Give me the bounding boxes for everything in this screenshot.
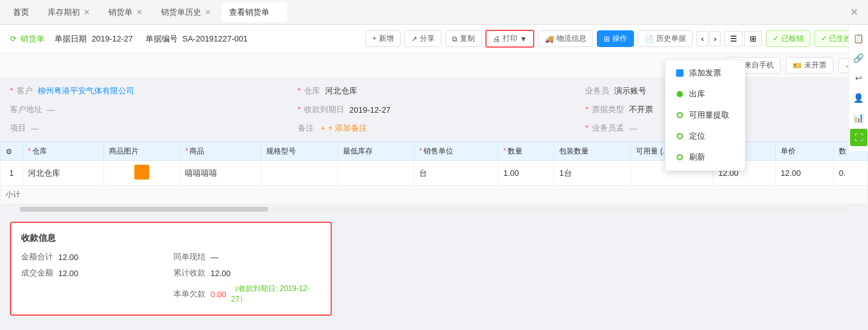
history-btn[interactable]: 📄 历史单据	[638, 30, 693, 47]
list-view-btn[interactable]: ☰	[724, 31, 743, 46]
add-note-btn[interactable]: ＋ + 添加备注	[319, 123, 367, 134]
print-btn[interactable]: 🖨 打印 ▼	[485, 30, 535, 48]
col-model: 规格型号	[261, 142, 337, 161]
ops-dropdown: 添加发票 出库 可用量提取 定位 刷新	[665, 59, 745, 171]
tab-bar: 首页 库存期初 ✕ 销货单 ✕ 销货单历史 ✕ 查看销货单 ✕ ✕	[0, 0, 868, 25]
window-close-btn[interactable]: ✕	[845, 4, 863, 20]
date-value: 2019-12-27	[92, 34, 133, 43]
dropdown-locate[interactable]: 定位	[666, 126, 745, 147]
share-label: 分享	[420, 33, 435, 44]
address-value: —	[47, 105, 55, 115]
tab-view-sales-close[interactable]: ✕	[273, 8, 279, 17]
copy-label: 复制	[460, 33, 475, 44]
tab-home[interactable]: 首页	[5, 2, 37, 22]
not-opened-label: 未开票	[804, 60, 827, 71]
copy-icon: ⧉	[452, 35, 458, 43]
customer-row: * 客户 柳州粤港平安气体有限公司	[10, 85, 283, 97]
address-row: 客户地址 —	[10, 104, 283, 115]
arrears-row: 本单欠款 0.00 （收款到期日: 2019-12-27）	[173, 284, 321, 305]
dropdown-add-invoice[interactable]: 添加发票	[666, 63, 745, 84]
not-opened-btn[interactable]: 🎫 未开票	[786, 57, 833, 74]
customer-value[interactable]: 柳州粤港平安气体有限公司	[38, 85, 134, 97]
tab-view-sales[interactable]: 查看销货单 ✕	[222, 2, 287, 22]
sidebar-icon-user[interactable]: 👤	[850, 89, 867, 106]
cell-amount: 0.	[833, 161, 867, 186]
dropdown-refresh[interactable]: 刷新	[666, 147, 745, 168]
add-invoice-icon	[675, 69, 684, 77]
available-label: 可用量提取	[689, 110, 729, 121]
from-phone-label: 来自手机	[744, 60, 774, 71]
logistics-btn[interactable]: 🚚 物流信息	[538, 30, 593, 47]
scroll-thumb[interactable]	[20, 207, 268, 212]
staff-label: 业务员	[585, 85, 609, 97]
doc-header: ⟳ 销货单 单据日期 2019-12-27 单据编号 SA-20191227-0…	[0, 25, 868, 53]
sidebar-icon-chart[interactable]: 📊	[850, 109, 867, 126]
tab-history-label: 销货单历史	[161, 7, 201, 18]
scroll-bar[interactable]	[20, 207, 848, 212]
cell-product: 嘻嘻嘻嘻	[180, 161, 261, 186]
tab-history[interactable]: 销货单历史 ✕	[153, 2, 219, 22]
tab-sales-label: 销货单	[108, 7, 132, 18]
locate-label: 定位	[689, 131, 705, 142]
settlement-label: 同单现结	[173, 251, 206, 263]
cell-quantity: 1.00	[498, 161, 553, 186]
cell-image	[103, 161, 180, 186]
arrears-value: 0.00	[210, 290, 226, 299]
share-btn[interactable]: ↗ 分享	[404, 30, 441, 47]
tab-inventory-close[interactable]: ✕	[84, 8, 90, 17]
deal-row: 成交金额 12.00	[21, 267, 168, 279]
col-image: 商品图片	[103, 142, 180, 161]
cumulative-row: 累计收款 12.00	[173, 267, 321, 279]
doc-type-label: 销货单	[20, 33, 45, 45]
cumulative-value: 12.00	[210, 269, 231, 278]
warehouse-row: * 仓库 河北仓库	[298, 85, 571, 97]
table-subtotal-row: 小计	[1, 186, 868, 204]
col-warehouse: *仓库	[23, 142, 104, 161]
sidebar-icon-expand[interactable]: ⛶	[850, 129, 867, 146]
due-date-row: * 收款到期日 2019-12-27	[298, 104, 571, 115]
warehouse-label: * 仓库	[298, 85, 321, 97]
total-value: 12.00	[58, 253, 79, 262]
scroll-area	[0, 204, 868, 214]
due-date-value: 2019-12-27	[349, 105, 391, 115]
product-image	[134, 165, 149, 180]
tab-inventory[interactable]: 库存期初 ✕	[40, 2, 98, 22]
ops-btn[interactable]: ⊞ 操作	[597, 30, 634, 47]
grid-view-btn[interactable]: ⊞	[744, 31, 762, 46]
payment-grid: 金额合计 12.00 同单现结 — 成交金额 12.00 累计收款 12.00	[21, 251, 321, 305]
payment-title: 收款信息	[21, 233, 321, 244]
col-price: 单价	[775, 142, 833, 161]
view-btns: ☰ ⊞	[724, 31, 762, 46]
new-btn[interactable]: + 新增	[365, 30, 400, 47]
next-btn[interactable]: ›	[710, 31, 721, 46]
cell-unit: 台	[414, 161, 498, 186]
cell-pack-qty: 1台	[554, 161, 630, 186]
sidebar-icon-return[interactable]: ↩	[850, 69, 867, 87]
copy-btn[interactable]: ⧉ 复制	[445, 30, 482, 47]
deal-value: 12.00	[58, 269, 79, 278]
dropdown-outbound[interactable]: 出库	[666, 84, 745, 105]
sidebar-icon-doc[interactable]: 📋	[850, 30, 867, 47]
col-settings[interactable]: ⚙	[1, 142, 23, 161]
sold-status-btn[interactable]: ✓ 已核销	[766, 30, 810, 47]
nav-arrows: ‹ ›	[697, 31, 721, 46]
col-quantity: *数量	[498, 142, 553, 161]
salesperson-value: —	[629, 124, 637, 133]
doc-meta: 单据日期 2019-12-27 单据编号 SA-20191227-001	[54, 33, 248, 45]
deal-label: 成交金额	[21, 267, 53, 279]
ticket-icon: 🎫	[792, 61, 802, 70]
note-add-label: + 添加备注	[328, 123, 367, 134]
col-unit: *销售单位	[414, 142, 498, 161]
tab-sales-close[interactable]: ✕	[136, 8, 142, 17]
arrears-label: 本单欠款	[173, 289, 206, 300]
total-label: 金额合计	[21, 251, 53, 263]
tab-history-close[interactable]: ✕	[205, 8, 211, 17]
outbound-icon	[675, 90, 684, 98]
tab-sales[interactable]: 销货单 ✕	[100, 2, 150, 22]
share-icon: ↗	[411, 35, 417, 43]
number-label: 单据编号	[145, 33, 178, 45]
prev-btn[interactable]: ‹	[697, 31, 708, 46]
locate-icon	[675, 132, 684, 141]
sidebar-icon-link[interactable]: 🔗	[850, 50, 867, 67]
dropdown-available[interactable]: 可用量提取	[666, 105, 745, 126]
